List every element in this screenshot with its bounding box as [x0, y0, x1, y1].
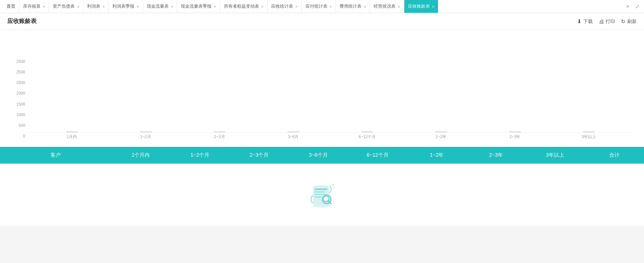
table-col-header-0: 客户 [0, 147, 111, 164]
tab-label-ar-aging: 应收账龄表 [408, 3, 430, 9]
chart-x-labels: 1月内1~2月2~3月3~6月6~12个月1~2年2~3年3年以上 [27, 134, 633, 140]
empty-state [0, 164, 644, 226]
tab-label-expense-stat: 费用统计表 [340, 3, 362, 9]
tab-expense-stat[interactable]: 费用统计表× [336, 0, 370, 13]
chart-container: 2500250025002000150010005000 1月内1~2月2~3月… [11, 37, 633, 140]
svg-rect-4 [315, 194, 326, 195]
x-label: 1~2月 [109, 134, 183, 140]
page-title: 应收账龄表 [7, 18, 37, 25]
tab-close-cashflow-quarterly[interactable]: × [214, 4, 216, 9]
svg-rect-3 [315, 191, 325, 193]
tab-close-inventory[interactable]: × [43, 4, 45, 9]
page-header: 应收账龄表 ⬇ 下载 🖨 打印 ↻ 刷新 [0, 13, 644, 30]
chart-bar[interactable] [288, 132, 299, 132]
table-header: 客户1个月内1~2个月2~3个月3~6个月6~12个月1~2年2~3年3年以上合… [0, 147, 644, 164]
tab-label-ap-stat: 应付统计表 [306, 3, 327, 9]
tab-label-home: 首页 [7, 3, 15, 9]
tab-operation[interactable]: 经营状况表× [370, 0, 404, 13]
x-label: 3年以上 [552, 134, 626, 140]
x-label: 6~12个月 [330, 134, 404, 140]
tab-close-equity[interactable]: × [261, 4, 263, 9]
chart-bar[interactable] [214, 132, 225, 132]
y-label: 0 [11, 134, 25, 138]
tab-profit-quarterly[interactable]: 利润表季报× [109, 0, 143, 13]
tab-bar: 首页库存核算×资产负债表×利润表×利润表季报×现金流量表×现金流量表季报×所有者… [0, 0, 644, 13]
chart-inner: 1月内1~2月2~3月3~6月6~12个月1~2年2~3年3年以上 [27, 132, 633, 140]
y-label: 1500 [11, 102, 25, 106]
table-col-header-3: 2~3个月 [229, 147, 289, 164]
chart-area: 2500250025002000150010005000 1月内1~2月2~3月… [0, 30, 644, 147]
x-label: 2~3年 [478, 134, 552, 140]
tab-close-cashflow[interactable]: × [171, 4, 173, 9]
svg-point-7 [323, 196, 329, 201]
tab-close-profit[interactable]: × [102, 4, 105, 9]
tab-label-balance: 资产负债表 [53, 3, 75, 9]
window-controls: × ⤢ [625, 2, 641, 11]
tab-label-profit: 利润表 [87, 3, 100, 9]
chart-bar[interactable] [583, 132, 595, 132]
tab-cashflow-quarterly[interactable]: 现金流量表季报× [177, 0, 220, 13]
chart-y-axis: 2500250025002000150010005000 [11, 59, 27, 140]
refresh-icon: ↻ [621, 18, 626, 25]
y-label: 2500 [11, 80, 25, 85]
maximize-window-icon[interactable]: ⤢ [634, 2, 641, 11]
y-label: 500 [11, 123, 25, 127]
y-label: 1000 [11, 113, 25, 117]
main-content: 2500250025002000150010005000 1月内1~2月2~3月… [0, 30, 644, 226]
chart-bar[interactable] [66, 132, 78, 132]
tab-label-cashflow-quarterly: 现金流量表季报 [181, 3, 211, 9]
x-label: 3~6月 [257, 134, 330, 140]
table-col-header-2: 1~2个月 [170, 147, 229, 164]
tab-close-ar-stat[interactable]: × [295, 4, 297, 9]
table-col-header-8: 3年以上 [525, 147, 585, 164]
table-col-header-7: 2~3年 [467, 147, 526, 164]
table-col-header-9: 合计 [585, 147, 644, 164]
download-button[interactable]: ⬇ 下载 [577, 18, 593, 25]
tab-close-ar-aging[interactable]: × [432, 4, 434, 9]
x-label: 1月内 [35, 134, 109, 140]
tab-close-operation[interactable]: × [398, 4, 400, 9]
svg-point-11 [332, 182, 332, 183]
x-label: 2~3月 [183, 134, 257, 140]
print-icon: 🖨 [599, 18, 604, 24]
table-col-header-5: 6~12个月 [348, 147, 407, 164]
tab-home[interactable]: 首页 [3, 0, 19, 13]
tab-balance[interactable]: 资产负债表× [49, 0, 83, 13]
tab-label-profit-quarterly: 利润表季报 [112, 3, 134, 9]
y-label: 2500 [11, 59, 25, 64]
tab-cashflow[interactable]: 现金流量表× [143, 0, 177, 13]
refresh-button[interactable]: ↻ 刷新 [621, 18, 637, 25]
tab-label-equity: 所有者权益变动表 [224, 3, 259, 9]
tab-close-balance[interactable]: × [77, 4, 79, 9]
y-label: 2500 [11, 70, 25, 74]
tab-label-cashflow: 现金流量表 [147, 3, 169, 9]
close-window-icon[interactable]: × [625, 2, 631, 11]
chart-bar[interactable] [140, 132, 152, 132]
chart-bar[interactable] [362, 132, 373, 132]
svg-rect-5 [315, 197, 322, 198]
tab-ap-stat[interactable]: 应付统计表× [302, 0, 336, 13]
y-label: 2000 [11, 91, 25, 95]
chart-bar[interactable] [435, 132, 447, 132]
tab-close-profit-quarterly[interactable]: × [136, 4, 139, 9]
x-label: 1~2年 [404, 134, 478, 140]
tab-label-ar-stat: 应收统计表 [271, 3, 293, 9]
tab-profit[interactable]: 利润表× [83, 0, 109, 13]
tab-equity[interactable]: 所有者权益变动表× [220, 0, 267, 13]
tab-inventory[interactable]: 库存核算× [19, 0, 49, 13]
tab-label-operation: 经营状况表 [374, 3, 396, 9]
table-col-header-1: 1个月内 [111, 147, 171, 164]
tab-ar-stat[interactable]: 应收统计表× [267, 0, 302, 13]
tab-close-expense-stat[interactable]: × [364, 4, 366, 9]
chart-grid-bars [27, 132, 633, 133]
table-col-header-4: 3~6个月 [289, 147, 348, 164]
download-icon: ⬇ [577, 18, 582, 25]
table-col-header-6: 1~2年 [407, 147, 467, 164]
grid-line [28, 132, 633, 133]
tab-ar-aging[interactable]: 应收账龄表× [404, 0, 438, 13]
tab-label-inventory: 库存核算 [23, 3, 41, 9]
chart-bar[interactable] [509, 132, 521, 132]
print-button[interactable]: 🖨 打印 [599, 18, 615, 25]
empty-illustration [306, 178, 338, 211]
tab-close-ap-stat[interactable]: × [330, 4, 332, 9]
